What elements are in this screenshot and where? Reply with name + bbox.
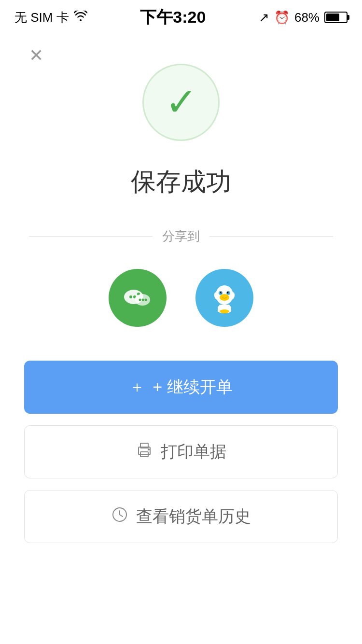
print-icon — [136, 441, 153, 462]
battery-icon — [324, 12, 348, 23]
alarm-icon: ⏰ — [274, 10, 290, 25]
status-right: ↗ ⏰ 68% — [259, 10, 348, 25]
share-divider: 分享到 — [0, 228, 362, 245]
main-content: ✓ 保存成功 分享到 — [0, 35, 362, 543]
view-history-button[interactable]: 查看销货单历史 — [24, 490, 338, 543]
plus-icon: ＋ — [129, 377, 145, 398]
location-icon: ↗ — [259, 10, 269, 25]
success-title: 保存成功 — [131, 165, 231, 199]
divider-line-right — [209, 236, 333, 237]
carrier-text: 无 SIM 卡 — [14, 9, 69, 26]
svg-point-13 — [221, 292, 222, 293]
svg-point-11 — [220, 292, 222, 294]
print-receipt-button[interactable]: 打印单据 — [24, 425, 338, 478]
svg-point-23 — [148, 448, 150, 450]
wifi-icon — [74, 11, 87, 24]
print-receipt-label: 打印单据 — [161, 441, 226, 463]
action-buttons: ＋ + 继续开单 打印单据 查看销货单历史 — [0, 361, 362, 543]
svg-point-15 — [220, 294, 229, 301]
svg-point-7 — [145, 299, 147, 301]
share-label: 分享到 — [153, 228, 209, 245]
view-history-label: 查看销货单历史 — [136, 505, 251, 528]
svg-point-12 — [227, 292, 229, 294]
svg-point-19 — [220, 309, 229, 313]
continue-order-label: + 继续开单 — [153, 376, 232, 398]
svg-point-1 — [129, 295, 132, 298]
share-icons — [109, 269, 253, 327]
battery-percent: 68% — [294, 10, 320, 25]
divider-line-left — [29, 236, 153, 237]
time-display: 下午3:20 — [140, 6, 206, 28]
wechat-share-button[interactable] — [109, 269, 167, 327]
svg-point-14 — [228, 292, 229, 293]
checkmark-icon: ✓ — [165, 83, 197, 122]
continue-order-button[interactable]: ＋ + 继续开单 — [24, 361, 338, 414]
qq-icon — [210, 281, 239, 314]
svg-point-5 — [139, 299, 141, 301]
success-circle: ✓ — [142, 64, 220, 141]
svg-point-6 — [142, 299, 144, 301]
clock-icon — [111, 506, 128, 527]
qq-share-button[interactable] — [195, 269, 253, 327]
close-icon: ✕ — [29, 47, 43, 64]
status-bar: 无 SIM 卡 下午3:20 ↗ ⏰ 68% — [0, 0, 362, 35]
close-button[interactable]: ✕ — [24, 43, 48, 68]
wechat-icon — [121, 281, 154, 314]
status-left: 无 SIM 卡 — [14, 9, 87, 26]
